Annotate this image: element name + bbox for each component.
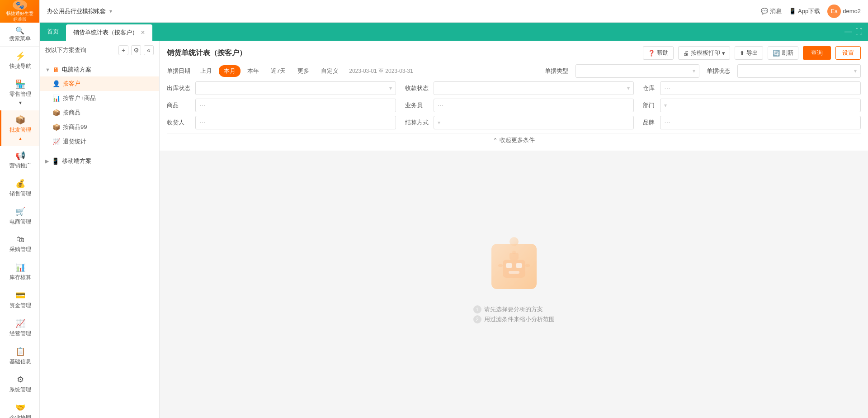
header-right: 💬 消息 📱 App下载 Ea demo2 [761, 5, 861, 18]
purchase-icon: 🛍 [16, 235, 24, 244]
collapse-label: 收起更多条件 [500, 136, 535, 144]
finance-icon: 💳 [15, 290, 25, 300]
warehouse-input[interactable]: ··· [660, 81, 861, 95]
sidebar-item-finance[interactable]: 💳 资金管理 [0, 286, 39, 314]
sidebar-item-search[interactable]: 🔍 搜索菜单 [0, 23, 39, 47]
product-ellipsis-icon: ··· [199, 101, 205, 109]
template-print-label: 按模板打印 [691, 49, 720, 57]
date-tab-this-month[interactable]: 本月 [219, 65, 241, 77]
salesperson-input[interactable]: ··· [434, 99, 634, 112]
sidebar-item-purchase[interactable]: 🛍 采购管理 [0, 230, 39, 258]
mobile-group-header[interactable]: ▶ 📱 移动端方案 [40, 154, 159, 168]
sidebar-item-ecommerce[interactable]: 🛒 电商管理 [0, 202, 39, 230]
app-download-btn[interactable]: 📱 App下载 [789, 7, 820, 15]
by-product-icon: 📦 [52, 109, 60, 116]
content-actions: ❓ 帮助 🖨 按模板打印 ▾ ⬆ 导出 🔄 [643, 46, 861, 60]
desktop-group-header[interactable]: ▼ 🖥 电脑端方案 [40, 63, 159, 76]
scheme-item-by-product[interactable]: 📦 按商品 [40, 105, 159, 120]
help-btn[interactable]: ❓ 帮助 [643, 46, 674, 60]
sidebar-item-marketing[interactable]: 📢 营销推广 [0, 146, 39, 174]
settings-btn[interactable]: 设置 [835, 46, 861, 60]
export-btn[interactable]: ⬆ 导出 [735, 46, 763, 60]
finance-label: 资金管理 [9, 302, 31, 309]
sidebar-item-wholesale[interactable]: 📦 批发管理 ▴ [0, 110, 39, 146]
empty-tip-2: 2 用过滤条件来缩小分析范围 [473, 315, 555, 323]
tab-sales-stats[interactable]: 销货单统计表（按客户） ✕ [66, 24, 152, 41]
refresh-btn[interactable]: 🔄 刷新 [768, 46, 798, 60]
sidebar-item-sales[interactable]: 💰 销售管理 [0, 174, 39, 202]
inventory-icon: 📊 [15, 262, 25, 272]
sidebar-item-operations[interactable]: 📈 经营管理 [0, 314, 39, 342]
date-tab-custom[interactable]: 自定义 [316, 65, 344, 77]
department-input[interactable]: ▾ [660, 99, 861, 112]
message-btn[interactable]: 💬 消息 [761, 7, 782, 15]
by-product-label: 按商品 [63, 109, 80, 117]
user-avatar: Ea [827, 5, 841, 18]
scheme-panel: 按以下方案查询 + ⚙ « ▼ 🖥 电脑端方案 👤 按客户 [40, 41, 160, 418]
collapse-up-icon: ⌃ [493, 137, 498, 144]
payment-status-input[interactable]: ▾ [434, 81, 634, 95]
scheme-item-by-customer[interactable]: 👤 按客户 [40, 76, 159, 91]
sidebar-item-quick-nav[interactable]: ⚡ 快捷导航 [0, 47, 39, 75]
sidebar-item-basic[interactable]: 📋 基础信息 [0, 342, 39, 370]
tab-home[interactable]: 首页 [40, 23, 66, 41]
out-status-input[interactable]: ▾ [195, 81, 396, 95]
user-name: demo2 [843, 8, 861, 14]
query-btn[interactable]: 查询 [803, 46, 831, 60]
wholesale-arrow-icon: ▴ [19, 135, 22, 142]
message-label: 消息 [770, 7, 782, 15]
svg-rect-0 [503, 260, 525, 278]
mobile-group-label: 移动端方案 [62, 157, 91, 165]
date-filter-row: 单据日期 上月 本月 本年 近7天 更多 自定义 2023-03-01 至 20… [167, 64, 861, 78]
scheme-settings-btn[interactable]: ⚙ [131, 45, 141, 55]
refresh-icon: 🔄 [773, 50, 780, 57]
header-dropdown-icon[interactable]: ▾ [109, 8, 112, 14]
basic-label: 基础信息 [9, 358, 31, 366]
collapse-filters-btn[interactable]: ⌃ 收起更多条件 [167, 133, 861, 147]
date-tab-more[interactable]: 更多 [292, 65, 314, 77]
print-dropdown-icon: ▾ [722, 50, 725, 57]
scheme-item-by-product-99[interactable]: 📦 按商品99 [40, 120, 159, 134]
robot-svg [496, 248, 532, 285]
brand-label: 品牌 [643, 119, 656, 127]
template-print-btn[interactable]: 🖨 按模板打印 ▾ [678, 46, 730, 60]
scheme-item-return-stats[interactable]: 📈 退货统计 [40, 134, 159, 149]
svg-point-7 [512, 251, 516, 254]
doc-type-label: 单据类型 [545, 67, 568, 75]
header-left: 办公用品行业模拟账套 ▾ [47, 7, 112, 15]
scheme-collapse-btn[interactable]: « [144, 45, 154, 55]
tab-home-label: 首页 [47, 28, 59, 36]
empty-state: 1 请先选择要分析的方案 2 用过滤条件来缩小分析范围 [160, 151, 868, 418]
date-tab-last-month[interactable]: 上月 [195, 65, 217, 77]
tab-close-icon[interactable]: ✕ [141, 29, 145, 36]
tab-maximize-icon[interactable]: ⛶ [855, 28, 863, 36]
scheme-add-btn[interactable]: + [118, 45, 128, 55]
sidebar-item-retail[interactable]: 🏪 零售管理 ▾ [0, 75, 39, 110]
date-tab-last-7-days[interactable]: 近7天 [266, 65, 291, 77]
scheme-item-by-customer-product[interactable]: 📊 按客户+商品 [40, 91, 159, 105]
salesperson-ellipsis-icon: ··· [438, 101, 443, 109]
enterprise-label: 企业协同 [9, 414, 31, 418]
product-input[interactable]: ··· [195, 99, 396, 112]
sidebar-item-enterprise[interactable]: 🤝 企业协同 [0, 398, 39, 418]
filter-row-2: 出库状态 ▾ 收款状态 ▾ 仓库 ··· [167, 81, 861, 95]
tab-minimize-icon[interactable]: — [844, 28, 852, 36]
date-tab-this-year[interactable]: 本年 [242, 65, 264, 77]
sidebar-search-label: 搜索菜单 [3, 35, 37, 43]
receiver-input[interactable]: ··· [195, 116, 396, 129]
doc-type-input[interactable]: ▾ [576, 64, 699, 78]
export-icon: ⬆ [740, 50, 745, 57]
warehouse-label: 仓库 [643, 84, 656, 92]
sidebar-item-inventory[interactable]: 📊 库存核算 [0, 258, 39, 286]
settlement-input[interactable]: ▾ [434, 116, 634, 129]
ecommerce-icon: 🛒 [15, 207, 25, 217]
svg-rect-2 [516, 263, 522, 268]
user-profile[interactable]: Ea demo2 [827, 5, 861, 18]
doc-status-input[interactable]: ▾ [737, 64, 861, 78]
payment-status-label: 收款状态 [405, 84, 430, 92]
empty-state-illustration [487, 244, 541, 298]
brand-input[interactable]: ··· [660, 116, 861, 129]
settlement-label: 结算方式 [405, 119, 430, 127]
sidebar-item-system[interactable]: ⚙ 系统管理 [0, 370, 39, 398]
salesperson-label: 业务员 [405, 101, 430, 109]
